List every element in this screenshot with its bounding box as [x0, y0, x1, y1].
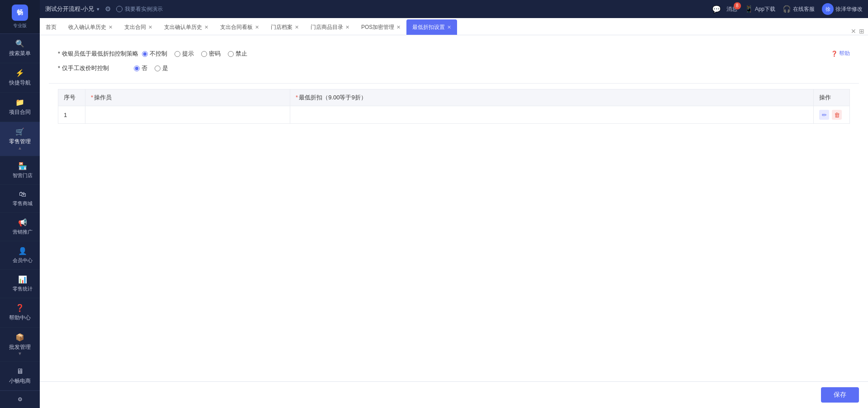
col-seq-header: 序号 [58, 89, 85, 106]
app-download-button[interactable]: 📱 App下载 [745, 5, 775, 13]
tab-min-discount-close[interactable]: ✕ [447, 24, 451, 30]
manual-price-label: * 仅手工改价时控制 [58, 64, 130, 72]
stats-icon: 📊 [18, 275, 27, 284]
tab-min-discount[interactable]: 最低折扣设置 ✕ [406, 19, 457, 35]
headset-icon: 🎧 [783, 5, 791, 13]
tab-payment-confirm-close[interactable]: ✕ [204, 24, 208, 30]
retail-icon: 🛒 [15, 127, 24, 136]
tab-store-goods-close[interactable]: ✕ [345, 24, 349, 30]
tab-payment-contract-close[interactable]: ✕ [148, 24, 152, 30]
policy-forbid-radio[interactable] [228, 51, 234, 57]
tab-payment-contract-board-close[interactable]: ✕ [255, 24, 259, 30]
tab-store-goods[interactable]: 门店商品目录 ✕ [305, 19, 355, 35]
edit-button[interactable]: ✏ [819, 110, 829, 120]
manual-price-no-radio[interactable] [134, 66, 140, 71]
search-icon: 🔍 [15, 39, 24, 48]
tab-min-discount-label: 最低折扣设置 [412, 23, 445, 31]
user-profile[interactable]: 徐 徐泽华修改 [822, 3, 863, 15]
demo-circle-icon [116, 6, 123, 12]
save-button[interactable]: 保存 [821, 387, 859, 403]
bottom-bar: 保存 [40, 381, 868, 408]
row-actions: ✏ 🗑 [814, 106, 850, 124]
policy-remind-label: 提示 [182, 50, 194, 58]
policy-no-control[interactable]: 不控制 [142, 50, 167, 58]
app-logo-icon: 畅 [12, 5, 28, 21]
policy-no-control-radio[interactable] [142, 51, 148, 57]
sidebar-item-wholesale[interactable]: 📦 批发管理 ▼ [0, 328, 40, 362]
wholesale-icon: 📦 [15, 333, 24, 342]
tab-expand-icon[interactable]: ⊞ [859, 28, 864, 35]
policy-form-row: * 收银员低于最低折扣控制策略 不控制 提示 密码 [58, 50, 850, 58]
app-download-label: App下载 [755, 5, 775, 13]
topbar-settings-button[interactable]: ⚙ [105, 5, 111, 13]
policy-forbid[interactable]: 禁止 [228, 50, 247, 58]
tab-close-all-icon[interactable]: ✕ [851, 28, 856, 35]
manual-price-form-row: * 仅手工改价时控制 否 是 [58, 64, 850, 72]
sidebar-item-stats[interactable]: 📊 零售统计 [0, 270, 40, 298]
online-store-icon: 🛍 [19, 190, 26, 198]
sidebar-item-label: 小畅电商 [9, 377, 31, 385]
sidebar-item-label: 零售商城 [13, 200, 33, 207]
sidebar-item-label: 营销推广 [13, 229, 33, 235]
tab-store-file[interactable]: 门店档案 ✕ [265, 19, 305, 35]
app-logo-text: 专业版 [13, 23, 27, 29]
sidebar-item-online-store[interactable]: 🛍 零售商城 [0, 185, 40, 213]
sidebar-item-label: 帮助中心 [9, 314, 31, 322]
sidebar-item-search[interactable]: 🔍 搜索菜单 [0, 34, 40, 63]
row-min-discount [290, 106, 814, 124]
manual-price-no[interactable]: 否 [134, 64, 147, 72]
messages-button[interactable]: 💬 8 消息 [712, 5, 737, 14]
manual-price-radio-group: 否 是 [134, 64, 168, 72]
sidebar-item-retail[interactable]: 🛒 零售管理 ▲ [0, 122, 40, 156]
col-seq-label: 序号 [64, 94, 75, 101]
customer-service-button[interactable]: 🎧 在线客服 [783, 5, 815, 13]
sidebar-item-member[interactable]: 👤 会员中心 [0, 241, 40, 270]
marketing-icon: 📢 [18, 218, 27, 227]
tab-payment-contract[interactable]: 支出合同 ✕ [118, 19, 158, 35]
topbar-right: 💬 8 消息 📱 App下载 🎧 在线客服 徐 徐泽华修改 [712, 3, 863, 15]
tab-store-file-close[interactable]: ✕ [295, 24, 299, 30]
tab-payment-contract-label: 支出合同 [124, 23, 146, 31]
project-name: 测试分开流程-小兄 [45, 5, 94, 13]
sidebar-item-help[interactable]: ❓ 帮助中心 [0, 298, 40, 328]
tab-home[interactable]: 首页 [40, 19, 62, 35]
topbar-demo-link[interactable]: 我要看实例演示 [116, 5, 163, 13]
policy-password-radio[interactable] [201, 51, 207, 57]
tab-payment-confirm[interactable]: 支出确认单历史 ✕ [158, 19, 214, 35]
policy-password[interactable]: 密码 [201, 50, 221, 58]
policy-no-control-label: 不控制 [150, 50, 167, 58]
form-section: ❓ 帮助 * 收银员低于最低折扣控制策略 不控制 提示 [49, 42, 859, 84]
tab-payment-contract-board[interactable]: 支出合同看板 ✕ [214, 19, 265, 35]
sidebar-item-quick-nav[interactable]: ⚡ 快捷导航 [0, 63, 40, 93]
sidebar-item-label: 搜索菜单 [9, 50, 31, 57]
tab-pos-encrypt[interactable]: POS加密管理 ✕ [355, 19, 406, 35]
sidebar-item-smart-store[interactable]: 🏪 智营门店 [0, 156, 40, 185]
policy-remind[interactable]: 提示 [175, 50, 194, 58]
tab-pos-encrypt-close[interactable]: ✕ [396, 24, 401, 30]
policy-remind-radio[interactable] [175, 51, 180, 57]
manual-price-yes-radio[interactable] [155, 66, 160, 71]
sidebar: 畅 专业版 🔍 搜索菜单 ⚡ 快捷导航 📁 项目合同 🛒 零售管理 ▲ 🏪 智营… [0, 0, 40, 408]
quick-nav-icon: ⚡ [15, 69, 24, 77]
manual-price-yes[interactable]: 是 [155, 64, 168, 72]
tab-revenue-confirm-label: 收入确认单历史 [68, 23, 106, 31]
delete-button[interactable]: 🗑 [832, 110, 842, 120]
sidebar-item-marketing[interactable]: 📢 营销推广 [0, 213, 40, 241]
help-link[interactable]: ❓ 帮助 [831, 50, 850, 57]
download-icon: 📱 [745, 5, 753, 13]
manual-price-no-label: 否 [142, 64, 147, 72]
topbar-project[interactable]: 测试分开流程-小兄 ▾ [45, 5, 99, 13]
tab-payment-confirm-label: 支出确认单历史 [164, 23, 202, 31]
sidebar-item-project[interactable]: 📁 项目合同 [0, 93, 40, 122]
min-discount-table: 序号 *操作员 *最低折扣（9.00等于9折） 操作 [58, 89, 850, 124]
sidebar-item-ecommerce[interactable]: 🖥 小畅电商 [0, 362, 40, 390]
help-question-icon: ❓ [831, 51, 838, 57]
tab-store-file-label: 门店档案 [271, 23, 292, 31]
tab-actions: ✕ ⊞ [847, 28, 868, 35]
tab-revenue-confirm-close[interactable]: ✕ [108, 24, 113, 30]
demo-label: 我要看实例演示 [125, 5, 163, 13]
tab-pos-encrypt-label: POS加密管理 [361, 23, 394, 31]
policy-forbid-label: 禁止 [236, 50, 247, 58]
sidebar-settings-button[interactable]: ⚙ [0, 390, 40, 408]
tab-revenue-confirm[interactable]: 收入确认单历史 ✕ [62, 19, 118, 35]
